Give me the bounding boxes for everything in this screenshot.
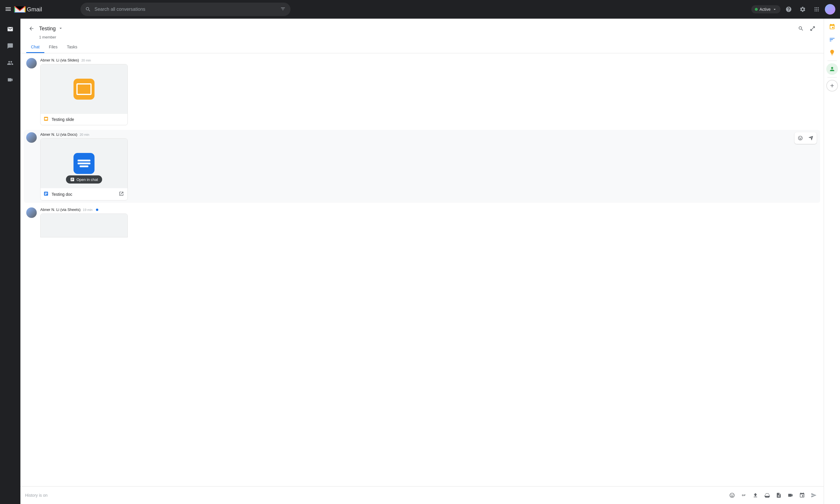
message-header: Abner N. Li (via Slides) 20 min <box>40 58 818 62</box>
calendar-button[interactable] <box>797 490 807 501</box>
message-group-docs: Abner N. Li (via Docs) 20 min <box>24 130 820 203</box>
slides-inner <box>76 83 91 95</box>
tab-files[interactable]: Files <box>44 42 63 53</box>
file-card-footer: Testing slide <box>40 114 127 125</box>
docs-icon <box>73 153 95 174</box>
user-avatar[interactable] <box>825 4 835 15</box>
expand-button[interactable] <box>807 23 818 34</box>
compose-bar <box>20 486 824 504</box>
avatar <box>26 58 37 69</box>
message-time: 20 min <box>81 58 91 62</box>
file-card-docs[interactable]: Open in chat Testi <box>40 138 128 200</box>
send-button[interactable] <box>808 490 819 501</box>
svg-rect-5 <box>45 194 47 194</box>
search-in-chat-button[interactable] <box>796 23 806 34</box>
file-card-name: Testing slide <box>44 117 74 122</box>
docs-button[interactable] <box>773 490 784 501</box>
message-sender-sheets: Abner N. Li (via Sheets) <box>40 208 81 212</box>
open-icon <box>70 177 75 182</box>
chat-tabs: Chat Files Tasks <box>26 42 818 53</box>
tab-tasks[interactable]: Tasks <box>62 42 82 53</box>
chat-header: Testing <box>20 19 824 53</box>
sidebar-item-spaces[interactable] <box>2 55 18 71</box>
search-input[interactable] <box>95 7 276 12</box>
docs-file-icon <box>44 192 49 197</box>
svg-rect-6 <box>45 194 46 195</box>
message-group: Abner N. Li (via Slides) 20 min <box>26 58 818 125</box>
chat-header-top: Testing <box>26 23 818 34</box>
calendar-widget-icon[interactable] <box>826 21 838 33</box>
main-layout: Testing <box>0 19 840 504</box>
file-card-sheets[interactable] <box>40 214 128 237</box>
active-status-badge[interactable]: Active <box>751 5 781 13</box>
active-dot <box>755 8 758 11</box>
file-name-docs: Testing doc <box>52 192 72 197</box>
help-button[interactable] <box>783 3 794 15</box>
file-card-name-docs: Testing doc <box>44 192 72 197</box>
gmail-text: Gmail <box>27 6 42 13</box>
contacts-widget-icon[interactable] <box>826 63 838 75</box>
external-link-icon[interactable] <box>119 191 124 197</box>
gmail-logo[interactable]: Gmail <box>14 5 42 13</box>
sidebar-right <box>824 19 840 504</box>
messages-area[interactable]: Abner N. Li (via Slides) 20 min <box>20 53 824 486</box>
add-widget-button[interactable] <box>826 80 838 91</box>
file-card-preview <box>40 65 127 114</box>
svg-rect-2 <box>45 118 47 120</box>
message-time-docs: 20 min <box>80 133 89 136</box>
apps-button[interactable] <box>811 3 823 15</box>
upload-button[interactable] <box>750 490 761 501</box>
tasks-widget-icon[interactable] <box>826 34 838 46</box>
chat-header-actions <box>796 23 818 34</box>
chat-subtitle: 1 member <box>39 35 818 39</box>
drive-button[interactable] <box>762 490 772 501</box>
open-in-chat-label: Open in chat <box>76 177 98 182</box>
divider-2 <box>827 77 837 77</box>
hamburger-menu[interactable] <box>5 5 12 13</box>
docs-line-1 <box>78 160 90 161</box>
chevron-down-icon <box>772 7 777 12</box>
search-bar <box>81 3 291 16</box>
message-header-sheets: Abner N. Li (via Sheets) 19 min <box>40 208 818 212</box>
chat-title: Testing <box>39 25 56 32</box>
top-bar-left: Gmail <box>5 5 81 13</box>
message-content-docs: Abner N. Li (via Docs) 20 min <box>40 132 818 200</box>
top-bar-right: Active <box>751 3 835 15</box>
avatar-sheets <box>26 208 37 218</box>
search-filter-icon[interactable] <box>280 6 286 13</box>
settings-button[interactable] <box>797 3 808 15</box>
gif-button[interactable] <box>738 490 749 501</box>
file-card-slides[interactable]: Testing slide <box>40 64 128 125</box>
sidebar-item-chat[interactable] <box>2 38 18 54</box>
keep-widget-icon[interactable] <box>826 47 838 58</box>
divider <box>827 60 837 61</box>
video-button[interactable] <box>785 490 796 501</box>
emoji-react-button[interactable] <box>796 133 805 143</box>
message-actions <box>794 132 817 144</box>
unread-dot <box>96 209 98 211</box>
sidebar-item-meet[interactable] <box>2 72 18 88</box>
sidebar-nav <box>0 19 20 504</box>
emoji-button[interactable] <box>727 490 737 501</box>
docs-line-2 <box>78 163 90 164</box>
svg-rect-4 <box>45 193 47 193</box>
tab-chat[interactable]: Chat <box>26 42 44 53</box>
compose-tools <box>727 490 819 501</box>
sidebar-item-mail[interactable] <box>2 21 18 37</box>
message-header-docs: Abner N. Li (via Docs) 20 min <box>40 132 818 137</box>
file-card-footer-docs: Testing doc <box>40 188 127 200</box>
chat-dropdown-icon[interactable] <box>58 25 63 32</box>
open-in-chat-tooltip[interactable]: Open in chat <box>66 175 102 183</box>
active-label: Active <box>759 7 771 12</box>
compose-input[interactable] <box>25 493 724 498</box>
message-content-sheets: Abner N. Li (via Sheets) 19 min <box>40 208 818 237</box>
docs-line-3 <box>80 165 89 167</box>
message-group-sheets: Abner N. Li (via Sheets) 19 min <box>26 208 818 237</box>
message-sender: Abner N. Li (via Slides) <box>40 58 79 62</box>
slides-icon <box>73 79 95 100</box>
top-bar: Gmail Active <box>0 0 840 19</box>
forward-button[interactable] <box>806 133 816 143</box>
back-button[interactable] <box>26 23 37 34</box>
compose-input-row <box>25 490 819 501</box>
file-card-sheets-preview <box>40 214 127 237</box>
